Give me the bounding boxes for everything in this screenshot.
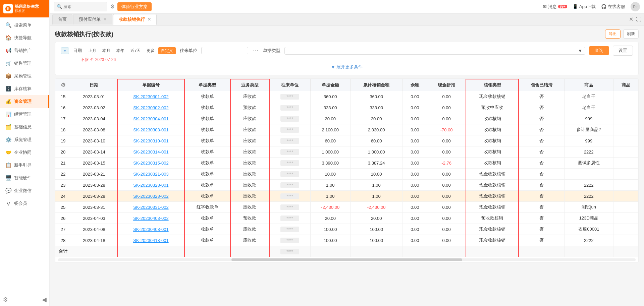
date-custom-btn[interactable]: 自定义 bbox=[158, 47, 176, 54]
date-7days[interactable]: 近7天 bbox=[128, 47, 143, 55]
app-icon: 📱 bbox=[573, 4, 578, 9]
table-row: 19 2023-03-10 SK-20230310-001 收款单 应收款 **… bbox=[55, 135, 638, 146]
maximize-btn[interactable]: ⛶ bbox=[636, 16, 641, 22]
doc-no-link[interactable]: SK-20230418-001 bbox=[133, 238, 169, 243]
online-service-btn[interactable]: 🎧 在线客服 bbox=[601, 4, 625, 10]
sidebar-item-marketing[interactable]: 📢营销推广 bbox=[0, 44, 49, 57]
table-row: 16 2023-03-02 SK-20230302-002 收款单 预收款 **… bbox=[55, 102, 638, 113]
filter-expand-btn[interactable]: » bbox=[61, 47, 69, 54]
col-settings[interactable]: ⚙ bbox=[55, 79, 71, 91]
sidebar-item-hardware[interactable]: 🖥️智能硬件 bbox=[0, 172, 49, 184]
scrollbar-thumb[interactable] bbox=[231, 258, 463, 261]
cell-cancel-type: 现金收款核销 bbox=[466, 202, 519, 213]
tab-close-prepay[interactable]: ✕ bbox=[103, 17, 107, 22]
tab-receipt[interactable]: 收款核销执行✕ bbox=[113, 14, 157, 25]
sidebar-item-sales[interactable]: 🛒销售管理 bbox=[0, 57, 49, 70]
scrollbar-container[interactable] bbox=[55, 257, 638, 262]
sidebar-item-capital[interactable]: 💰资金管理 bbox=[0, 95, 49, 108]
search-box[interactable]: 🔍 bbox=[54, 2, 107, 11]
table-row: 22 2023-03-21 SK-20230321-003 收款单 应收款 **… bbox=[55, 169, 638, 180]
doc-no-link[interactable]: SK-20230321-003 bbox=[133, 172, 169, 177]
cell-amount: 2,100.00 bbox=[310, 124, 350, 135]
sidebar-item-member[interactable]: V畅会员 bbox=[0, 197, 49, 210]
doc-no-link[interactable]: SK-20230302-002 bbox=[133, 105, 169, 110]
cell-balance bbox=[402, 246, 427, 257]
sidebar-item-wechat[interactable]: 💬企业微信 bbox=[0, 184, 49, 197]
cell-partner: **** bbox=[269, 113, 310, 124]
collapse-icon[interactable]: ◀ bbox=[42, 296, 47, 303]
date-last-month[interactable]: 上月 bbox=[86, 47, 99, 55]
col-cancel-type: 核销类型 bbox=[466, 79, 519, 91]
doc-no-link[interactable]: SK-20230328-002 bbox=[133, 194, 169, 199]
doc-no-link[interactable]: SK-20230304-001 bbox=[133, 116, 169, 121]
cell-doc-type: 红字收款单 bbox=[184, 202, 230, 213]
sidebar-item-quicknav[interactable]: 🏠快捷导航 bbox=[0, 32, 49, 44]
message-icon: ✉ bbox=[543, 4, 547, 9]
table-row: 17 2023-03-04 SK-20230304-001 收款单 应收款 **… bbox=[55, 113, 638, 124]
query-btn[interactable]: 查询 bbox=[589, 46, 609, 55]
doc-no-link[interactable]: SK-20230308-001 bbox=[133, 127, 169, 132]
close-all-tabs-btn[interactable]: ✕ bbox=[629, 16, 633, 22]
cell-amount: 1.00 bbox=[310, 191, 350, 202]
message-btn[interactable]: ✉ 消息 99+ bbox=[543, 4, 567, 10]
svg-text:6: 6 bbox=[7, 6, 9, 11]
cell-goods1: 2222 bbox=[564, 180, 613, 191]
sidebar-icon-marketing: 📢 bbox=[5, 48, 11, 54]
sidebar-item-search[interactable]: 🔍搜索菜单 bbox=[0, 19, 49, 32]
sidebar-item-purchase[interactable]: 📦采购管理 bbox=[0, 70, 49, 82]
table-body: 15 2023-03-01 SK-20230301-002 收款单 应收款 **… bbox=[55, 91, 638, 257]
horizontal-scrollbar[interactable] bbox=[58, 258, 636, 261]
experience-btn[interactable]: 体验行业方案 bbox=[117, 2, 152, 11]
table-settings-icon[interactable]: ⚙ bbox=[61, 82, 65, 88]
cell-goods2 bbox=[613, 169, 638, 180]
tab-home[interactable]: 首页 bbox=[52, 14, 72, 24]
cell-balance: 0.00 bbox=[402, 135, 427, 146]
cell-amount: 3,390.00 bbox=[310, 158, 350, 169]
doc-type-select[interactable]: ▼ bbox=[284, 47, 585, 55]
app-download-btn[interactable]: 📱 App下载 bbox=[573, 4, 596, 10]
export-btn[interactable]: 导出 bbox=[605, 29, 621, 39]
doc-no-link[interactable]: SK-20230301-002 bbox=[133, 94, 169, 99]
sidebar-item-inventory[interactable]: 🗄️库存核算 bbox=[0, 82, 49, 95]
cell-doc-no: SK-20230310-001 bbox=[117, 135, 184, 146]
sidebar-item-base[interactable]: 🗂️基础信息 bbox=[0, 121, 49, 133]
date-this-year[interactable]: 本年 bbox=[114, 47, 127, 55]
sidebar-item-corp[interactable]: 🤝企业协同 bbox=[0, 146, 49, 159]
cell-amount: 20.00 bbox=[310, 113, 350, 124]
cell-biz-type: 应收款 bbox=[230, 224, 269, 235]
doc-no-link[interactable]: SK-20230408-001 bbox=[133, 227, 169, 232]
partner-input[interactable] bbox=[201, 47, 248, 54]
settings-icon[interactable]: ⚙ bbox=[3, 296, 8, 303]
date-this-month[interactable]: 本月 bbox=[100, 47, 113, 55]
doc-no-link[interactable]: SK-20230328-001 bbox=[133, 183, 169, 188]
doc-no-link[interactable]: SK-20230403-002 bbox=[133, 216, 169, 221]
sidebar-item-operations[interactable]: 📊经营管理 bbox=[0, 108, 49, 121]
cell-amount: 360.00 bbox=[310, 91, 350, 102]
tab-prepay[interactable]: 预付应付单✕ bbox=[73, 14, 112, 24]
sidebar-item-guide[interactable]: 📋新手引导 bbox=[0, 159, 49, 172]
doc-no-link[interactable]: SK-20230315-002 bbox=[133, 161, 169, 166]
cell-amount: 60.00 bbox=[310, 135, 350, 146]
col-date: 日期 bbox=[71, 79, 117, 91]
cell-cancel-type: 现金收款核销 bbox=[466, 224, 519, 235]
headset-icon: 🎧 bbox=[601, 4, 606, 9]
doc-no-link[interactable]: SK-20230331-002 bbox=[133, 205, 169, 210]
doc-no-link[interactable]: SK-20230314-001 bbox=[133, 149, 169, 155]
cell-balance: 0.00 bbox=[402, 158, 427, 169]
date-more[interactable]: 更多 bbox=[144, 47, 157, 55]
logo-text: 畅康道好生意 bbox=[15, 4, 39, 9]
gear-icon[interactable]: ⚙ bbox=[110, 3, 115, 10]
expand-more-btn[interactable]: ▼ 展开更多条件 bbox=[331, 64, 363, 70]
doc-no-link[interactable]: SK-20230310-001 bbox=[133, 138, 169, 143]
cell-cancel-type: 现金收款核销 bbox=[466, 180, 519, 191]
cell-doc-no: SK-20230321-003 bbox=[117, 169, 184, 180]
refresh-btn[interactable]: 刷新 bbox=[623, 29, 639, 39]
tab-close-receipt[interactable]: ✕ bbox=[148, 17, 151, 22]
sidebar-item-system[interactable]: ⚙️系统管理 bbox=[0, 133, 49, 146]
filter-settings-btn[interactable]: 设置 bbox=[613, 46, 633, 56]
search-input[interactable] bbox=[63, 4, 104, 9]
cell-goods2 bbox=[613, 191, 638, 202]
user-avatar[interactable]: Rit bbox=[631, 2, 640, 11]
cell-goods2 bbox=[613, 202, 638, 213]
cell-goods1: 老白干 bbox=[564, 102, 613, 113]
